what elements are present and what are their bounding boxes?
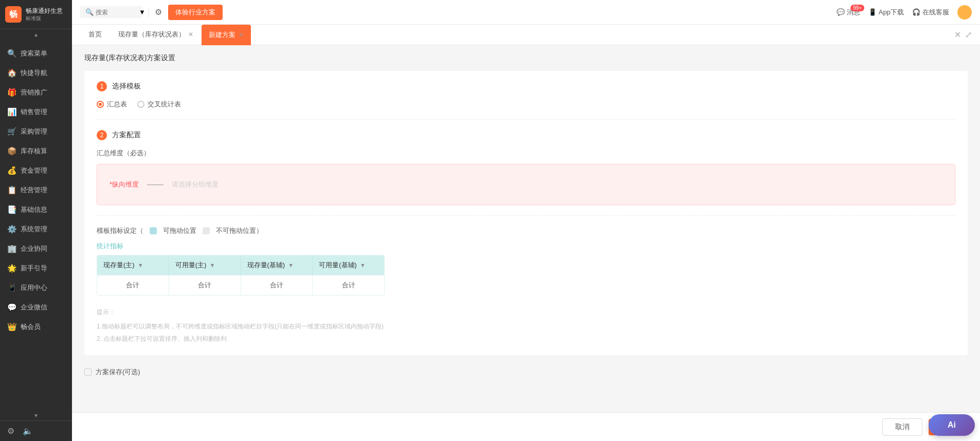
sidebar-item-finance[interactable]: 💰 资金管理 [0,161,72,180]
sidebar-item-inventory[interactable]: 📦 库存核算 [0,141,72,161]
section-divider-1 [97,119,955,120]
tab-inventory-label: 现存量（库存状况表） [118,30,185,39]
save-option-label: 方案保存(可选) [96,368,140,377]
col-current-aux-arrow[interactable]: ▼ [288,262,294,268]
radio-summary-circle [97,101,104,108]
app-download-label: App下载 [879,8,904,17]
user-avatar[interactable] [957,5,972,20]
close-window-icon[interactable]: ✕ [954,30,961,40]
sidebar-item-operation[interactable]: 📋 经营管理 [0,180,72,200]
dropdown-icon: ▼ [139,8,146,16]
sales-icon: 📊 [7,107,16,117]
dimension-label: 汇总维度（必选） [97,149,955,158]
draggable-badge [150,227,157,234]
app-edition: 标准版 [26,15,63,22]
tips-item-2: 2. 点击标题栏下拉可设置排序、插入列和删除列 [97,333,955,345]
tips-area: 提示： 1.拖动标题栏可以调整布局，不可跨维度或指标区域拖动栏目字段(只能在同一… [97,306,955,345]
enterprise-icon: 🏢 [7,244,16,253]
sidebar-item-quick-nav[interactable]: 🏠 快捷导航 [0,63,72,83]
sidebar-item-purchase[interactable]: 🛒 采购管理 [0,122,72,141]
indicator-label-text: 模板指标设定（ [97,226,143,235]
tab-new-label: 新建方案 [209,30,235,40]
topbar-right: 💬 消息 99+ 📱 App下载 🎧 在线客服 [837,5,972,20]
tab-new-close[interactable]: ✕ [239,31,244,39]
tab-home[interactable]: 首页 [80,25,110,45]
message-icon: 💬 [837,8,845,16]
app-download-button[interactable]: 📱 App下载 [868,8,904,17]
sidebar-footer: ⚙ 🔈 [0,420,72,441]
sidebar-item-enterprise[interactable]: 🏢 企业协同 [0,239,72,259]
sidebar-label-search-menu: 搜索菜单 [21,49,47,58]
col-available-main-label: 可用量(主) [175,261,207,270]
col-current-main-label: 现存量(主) [103,261,135,270]
download-icon: 📱 [868,8,877,16]
message-button[interactable]: 💬 消息 99+ [837,8,860,17]
sidebar-item-system[interactable]: ⚙️ 系统管理 [0,219,72,239]
col-current-main[interactable]: 现存量(主) ▼ [97,255,169,275]
ai-fab-button[interactable]: Ai [929,414,975,436]
sidebar-item-newuser[interactable]: 🌟 新手引导 [0,259,72,278]
col-available-main-arrow[interactable]: ▼ [209,262,215,268]
system-icon: ⚙️ [7,225,16,234]
cell-0-1: 合计 [169,275,241,295]
step1-num: 1 [97,81,107,91]
sidebar: 畅 畅康通好生意 标准版 ▲ 🔍 搜索菜单 🏠 快捷导航 🎁 营销推广 📊 销售… [0,0,72,441]
operation-icon: 📋 [7,186,16,195]
quick-nav-icon: 🏠 [7,68,16,78]
inventory-icon: 📦 [7,146,16,156]
expand-window-icon[interactable]: ⤢ [965,30,972,40]
sidebar-label-app-center: 应用中心 [21,283,47,292]
radio-summary[interactable]: 汇总表 [97,100,127,109]
radio-cross[interactable]: 交叉统计表 [137,100,181,109]
sidebar-label-member: 畅会员 [21,322,41,332]
sidebar-item-sales[interactable]: 📊 销售管理 [0,102,72,122]
sidebar-item-marketing[interactable]: 🎁 营销推广 [0,83,72,102]
sidebar-item-member[interactable]: 👑 畅会员 [0,317,72,337]
dimension-area[interactable]: *纵向维度 —— 请选择分组维度 [97,164,955,205]
col-available-aux[interactable]: 可用量(基辅) ▼ [313,255,384,275]
app-logo: 畅 畅康通好生意 标准版 [0,0,72,29]
finance-icon: 💰 [7,166,16,175]
tab-new[interactable]: 新建方案 ✕ [202,25,251,45]
col-current-aux[interactable]: 现存量(基辅) ▼ [241,255,313,275]
sidebar-item-wechat[interactable]: 💬 企业微信 [0,298,72,317]
col-current-main-arrow[interactable]: ▼ [138,262,143,268]
cell-0-2: 合计 [241,275,313,295]
indicator-table-header: 现存量(主) ▼ 可用量(主) ▼ 现存量(基辅) ▼ 可用量(基辅) ▼ [97,255,384,275]
sidebar-item-base-info[interactable]: 📑 基础信息 [0,200,72,219]
sidebar-label-wechat: 企业微信 [21,303,47,312]
sidebar-nav: 🔍 搜索菜单 🏠 快捷导航 🎁 营销推广 📊 销售管理 🛒 采购管理 📦 库存核… [0,40,72,410]
radio-cross-circle [137,101,144,108]
base-info-icon: 📑 [7,205,16,214]
topbar-gear-icon[interactable]: ⚙ [155,7,162,17]
main-content: 现存量(库存状况表)方案设置 1 选择模板 汇总表 交叉统计表 2 [72,45,980,412]
sidebar-item-search-menu[interactable]: 🔍 搜索菜单 [0,44,72,63]
app-center-icon: 📱 [7,283,16,292]
step1-title: 选择模板 [112,82,141,91]
topbar-divider [148,7,149,17]
search-box[interactable]: 🔍 ▼ [80,6,142,18]
col-available-main[interactable]: 可用量(主) ▼ [169,255,241,275]
indicator-setting-label: 模板指标设定（ 可拖动位置 不可拖动位置） [97,226,955,235]
tab-inventory-close[interactable]: ✕ [188,31,193,38]
sidebar-label-operation: 经营管理 [21,186,47,195]
online-service-button[interactable]: 🎧 在线客服 [912,8,949,17]
member-icon: 👑 [7,322,16,332]
non-draggable-label: 不可拖动位置） [216,226,263,235]
sidebar-label-sales: 销售管理 [21,107,47,117]
col-available-aux-arrow[interactable]: ▼ [360,262,366,268]
sidebar-item-app-center[interactable]: 📱 应用中心 [0,278,72,298]
save-checkbox[interactable] [84,369,92,376]
col-available-aux-label: 可用量(基辅) [319,261,357,270]
sidebar-scroll-down[interactable]: ▼ [0,410,72,420]
topbar: 🔍 ▼ ⚙ 体验行业方案 💬 消息 99+ 📱 App下载 🎧 在线客服 [72,0,980,25]
sidebar-scroll-up[interactable]: ▲ [0,29,72,40]
section-divider-2 [97,215,955,216]
tab-inventory-status[interactable]: 现存量（库存状况表） ✕ [110,25,202,45]
speaker-icon[interactable]: 🔈 [23,426,33,436]
search-icon: 🔍 [85,8,94,16]
cancel-button[interactable]: 取消 [882,418,922,436]
search-input[interactable] [96,9,137,16]
settings-icon[interactable]: ⚙ [7,426,14,436]
trial-button[interactable]: 体验行业方案 [168,5,223,20]
